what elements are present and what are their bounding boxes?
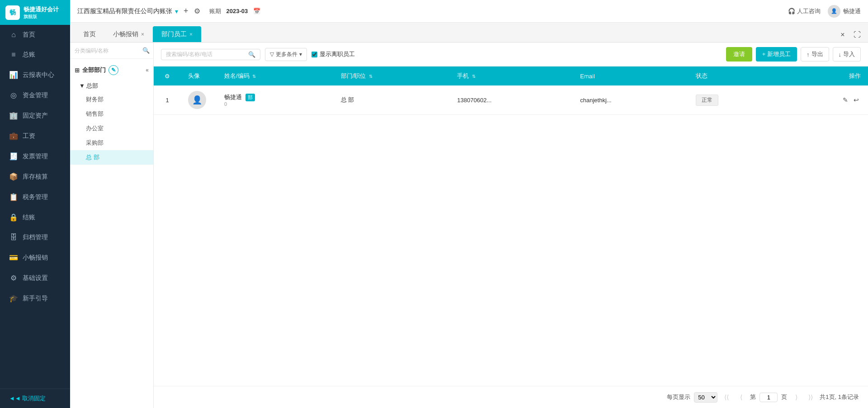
next-page-button[interactable]: ⟩	[791, 392, 802, 403]
unpin-sidebar-button[interactable]: ◄◄ 取消固定	[0, 389, 70, 408]
sidebar-item-inventory[interactable]: 📦 库存核算	[0, 166, 70, 187]
sidebar-item-home[interactable]: ⌂ 首页	[0, 25, 70, 45]
pagination: 每页显示 50 10 20 100 ⟨⟨ ⟨ 第 页 ⟩ ⟩⟩ 共1页, 1条记…	[154, 386, 868, 408]
page-number-input[interactable]	[760, 393, 778, 402]
show-resigned-checkbox[interactable]	[311, 52, 317, 57]
employee-table: ⚙ 头像 姓名/编码 ⇅ 部门/职位 ⇅	[154, 66, 868, 115]
first-page-button[interactable]: ⟨⟨	[721, 392, 732, 403]
import-button[interactable]: ↓ 导入	[833, 47, 861, 62]
settings-icon: ⚙	[9, 274, 18, 282]
sidebar-item-guide[interactable]: 🎓 新手引导	[0, 288, 70, 308]
tab-expense-close[interactable]: ×	[141, 31, 144, 38]
sidebar-item-funds[interactable]: ◎ 资金管理	[0, 85, 70, 105]
company-selector[interactable]: 江西服宝精品有限责任公司内账张 ▾	[77, 7, 178, 15]
export-button[interactable]: ↑ 导出	[801, 47, 829, 62]
guide-icon: 🎓	[9, 294, 18, 303]
support-button[interactable]: 🎧 人工咨询	[788, 7, 821, 15]
sidebar-item-ledger[interactable]: ≡ 总账	[0, 45, 70, 65]
sidebar-item-archive[interactable]: 🗄 归档管理	[0, 228, 70, 247]
dept-item-hq[interactable]: 总 部	[70, 150, 153, 165]
calendar-icon[interactable]: 📅	[253, 8, 260, 14]
tax-icon: 📋	[9, 193, 18, 201]
tabbar: 首页 小畅报销 × 部门员工 × × ⛶	[70, 23, 868, 43]
add-employee-button[interactable]: + 新增员工	[756, 47, 797, 62]
employee-toolbar: 🔍 ▽ 更多条件 ▾ 显示离职员工 邀请 + 新增员工 ↑ 导出	[154, 43, 868, 66]
prev-page-button[interactable]: ⟨	[736, 392, 746, 403]
tab-maximize-button[interactable]: ⛶	[851, 28, 863, 41]
tab-dept-employee-close[interactable]: ×	[189, 31, 193, 38]
dept-search-icon[interactable]: 🔍	[142, 47, 150, 54]
col-status: 状态	[689, 66, 782, 85]
dept-group-general: ▼ 总部 财务部 销售部 办公室 采购部 总 部	[70, 78, 153, 166]
dept-group-general-label[interactable]: ▼ 总部	[70, 80, 153, 92]
sidebar-item-label: 首页	[23, 31, 35, 39]
employee-right-panel: 🔍 ▽ 更多条件 ▾ 显示离职员工 邀请 + 新增员工 ↑ 导出	[154, 43, 868, 408]
user-menu[interactable]: 👤 畅捷通	[828, 5, 861, 18]
edit-employee-button[interactable]: ✎	[841, 95, 850, 104]
col-avatar: 头像	[181, 66, 217, 85]
sidebar-item-expense[interactable]: 💳 小畅报销	[0, 247, 70, 268]
home-icon: ⌂	[9, 31, 18, 39]
logout-employee-button[interactable]: ↩	[852, 95, 861, 104]
employee-search-input[interactable]	[166, 51, 245, 57]
sort-icon: ⇅	[472, 74, 476, 79]
row-avatar-cell: 👤	[181, 85, 217, 115]
dept-item-sales[interactable]: 销售部	[70, 107, 153, 121]
sidebar-item-reports[interactable]: 📊 云报表中心	[0, 65, 70, 85]
settings-icon[interactable]: ⚙	[194, 7, 200, 15]
dept-item-purchase[interactable]: 采购部	[70, 136, 153, 150]
collapse-icon[interactable]: «	[146, 67, 149, 73]
salary-icon: 💼	[9, 132, 18, 140]
more-filters-button[interactable]: ▽ 更多条件 ▾	[265, 48, 307, 61]
topbar: 江西服宝精品有限责任公司内账张 ▾ + ⚙ 账期 2023-03 📅 🎧 人工咨…	[70, 0, 868, 23]
fixed-assets-icon: 🏢	[9, 111, 18, 120]
employee-dept-badge: 部	[245, 94, 255, 101]
tab-home[interactable]: 首页	[75, 26, 104, 42]
sidebar-item-label: 库存核算	[23, 173, 48, 181]
status-badge: 正常	[696, 95, 718, 106]
sort-icon: ⇅	[252, 74, 256, 79]
sidebar-nav: ⌂ 首页 ≡ 总账 📊 云报表中心 ◎ 资金管理 🏢 固定资产 💼 工资 🧾 发…	[0, 25, 70, 389]
employee-search-box[interactable]: 🔍	[161, 49, 260, 60]
sidebar-item-label: 基础设置	[23, 274, 48, 282]
col-dept-role[interactable]: 部门/职位 ⇅	[334, 66, 450, 85]
last-page-button[interactable]: ⟩⟩	[805, 392, 816, 403]
sidebar-item-label: 资金管理	[23, 91, 48, 100]
sidebar-item-tax[interactable]: 📋 税务管理	[0, 187, 70, 207]
sidebar-item-label: 小畅报销	[23, 254, 48, 262]
add-company-button[interactable]: +	[184, 6, 189, 16]
dept-edit-button[interactable]: ✎	[108, 65, 118, 75]
all-departments-item[interactable]: ⊞ 全部部门 ✎ «	[70, 62, 153, 78]
toolbar-right-buttons: 邀请 + 新增员工 ↑ 导出 ↓ 导入	[726, 47, 861, 62]
per-page-label: 每页显示	[667, 393, 690, 401]
per-page-select[interactable]: 50 10 20 100	[694, 392, 717, 403]
sidebar-item-label: 归档管理	[23, 233, 48, 242]
sidebar-item-settings[interactable]: ⚙ 基础设置	[0, 268, 70, 288]
tab-expense[interactable]: 小畅报销 ×	[104, 26, 153, 42]
col-settings[interactable]: ⚙	[154, 66, 181, 85]
sidebar-item-fixed-assets[interactable]: 🏢 固定资产	[0, 105, 70, 126]
sidebar-item-closing[interactable]: 🔒 结账	[0, 207, 70, 228]
show-resigned-label: 显示离职员工	[320, 50, 355, 58]
sidebar-item-salary[interactable]: 💼 工资	[0, 126, 70, 146]
dept-search-input[interactable]	[75, 47, 142, 54]
col-actions: 操作	[782, 66, 868, 85]
username: 畅捷通	[843, 7, 861, 15]
show-resigned-checkbox-label[interactable]: 显示离职员工	[311, 50, 355, 58]
sidebar-item-label: 云报表中心	[23, 71, 54, 79]
user-avatar: 👤	[828, 5, 840, 18]
sidebar-item-invoice[interactable]: 🧾 发票管理	[0, 146, 70, 166]
col-phone[interactable]: 手机 ⇅	[450, 66, 573, 85]
invite-button[interactable]: 邀请	[726, 47, 752, 62]
employee-table-container: ⚙ 头像 姓名/编码 ⇅ 部门/职位 ⇅	[154, 66, 868, 386]
sidebar: 畅 畅捷通好会计 旗舰版 ⌂ 首页 ≡ 总账 📊 云报表中心 ◎ 资金管理 🏢 …	[0, 0, 70, 408]
dept-search-box[interactable]: 🔍	[70, 43, 153, 59]
all-departments-label: 全部部门	[82, 66, 106, 74]
dept-item-finance[interactable]: 财务部	[70, 92, 153, 107]
tab-dept-employee[interactable]: 部门员工 ×	[153, 26, 201, 42]
col-name-code[interactable]: 姓名/编码 ⇅	[217, 66, 334, 85]
employee-search-icon[interactable]: 🔍	[248, 51, 255, 58]
tab-close-all-button[interactable]: ×	[836, 28, 849, 41]
funds-icon: ◎	[9, 91, 18, 100]
dept-item-office[interactable]: 办公室	[70, 121, 153, 136]
